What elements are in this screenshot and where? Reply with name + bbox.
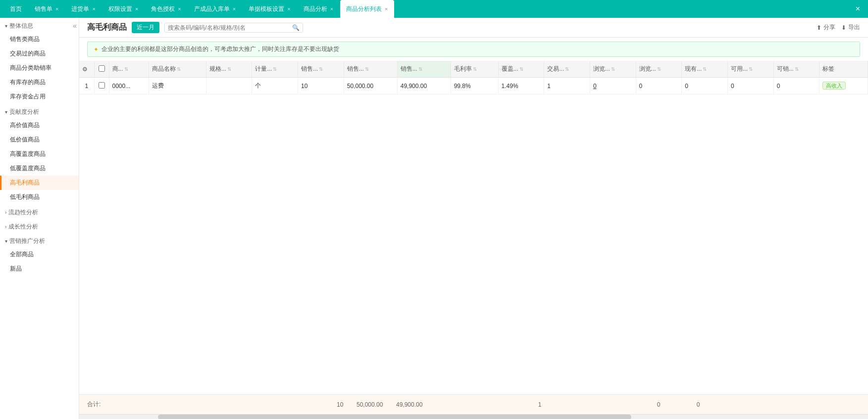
row-coverage: 1.49% <box>498 78 544 94</box>
sidebar-collapse-button[interactable]: « <box>73 22 77 30</box>
sidebar-item-stock-capital[interactable]: 库存资金占用 <box>0 90 79 104</box>
nav-tab-inbound[interactable]: 产成品入库单 × <box>188 0 242 18</box>
sidebar-group-marketing[interactable]: ▾ 营销推广分析 <box>0 233 79 247</box>
sidebar-item-stocked-goods[interactable]: 有库存的商品 <box>0 75 79 90</box>
row-browse1[interactable]: 0 <box>590 78 636 94</box>
table-header-row: ⚙ 商...⇅ 商品名称⇅ 规格...⇅ <box>79 61 868 78</box>
sidebar-group-trend[interactable]: › 流趋性分析 <box>0 204 79 219</box>
close-analysis-list-tab[interactable]: × <box>385 6 388 12</box>
share-icon: ⬆ <box>817 24 821 31</box>
export-icon: ⬇ <box>841 24 846 31</box>
search-icon[interactable]: 🔍 <box>292 24 300 31</box>
export-button[interactable]: ⬇ 导出 <box>841 23 860 32</box>
footer-trade-times: 1 <box>505 401 544 408</box>
footer-spacer2 <box>425 401 465 408</box>
scrollbar-thumb[interactable] <box>158 415 631 419</box>
col-sellable[interactable]: 可销...⇅ <box>773 61 819 78</box>
nav-tab-sales[interactable]: 销售单 × <box>29 0 64 18</box>
sidebar-item-sales-goods[interactable]: 销售类商品 <box>0 32 79 47</box>
footer-current-stock: 0 <box>623 401 663 408</box>
sidebar-group-growth[interactable]: › 成长性分析 <box>0 219 79 233</box>
footer-available-stock: 0 <box>663 401 703 408</box>
row-sale-qty: 10 <box>298 78 344 94</box>
tag-label: 高收入 <box>822 82 846 90</box>
bottom-scrollbar[interactable] <box>79 414 868 419</box>
sidebar-item-new-goods[interactable]: 新品 <box>0 262 79 276</box>
group-arrow-overall: ▾ <box>5 23 7 29</box>
close-role-tab[interactable]: × <box>178 6 181 12</box>
top-navigation: 首页 销售单 × 进货单 × 权限设置 × 角色授权 × 产成品入库单 × 单据… <box>0 0 868 18</box>
row-sale-amount: 50,000.00 <box>344 78 397 94</box>
row-browse2: 0 <box>636 78 682 94</box>
footer-total: 合计: 10 50,000.00 49,900.00 1 0 0 <box>79 394 868 414</box>
col-coverage[interactable]: 覆盖...⇅ <box>498 61 544 78</box>
nav-tab-home[interactable]: 首页 <box>4 0 28 18</box>
col-browse2[interactable]: 浏览...⇅ <box>636 61 682 78</box>
search-input[interactable] <box>168 24 290 31</box>
col-sale-cost[interactable]: 销售...⇅ <box>397 61 451 78</box>
sidebar-item-high-coverage[interactable]: 高覆盖度商品 <box>0 147 79 161</box>
search-box: 🔍 <box>164 23 303 33</box>
row-code: 0000... <box>109 78 149 94</box>
footer-sale-qty: 10 <box>306 401 346 408</box>
sidebar: « ▾ 整体信息 销售类商品 交易过的商品 商品分类助销率 有库存的商品 库存资… <box>0 18 79 419</box>
sidebar-group-contribution[interactable]: ▾ 贡献度分析 <box>0 104 79 118</box>
nav-tab-role[interactable]: 角色授权 × <box>145 0 187 18</box>
page-title: 高毛利商品 <box>87 22 127 33</box>
sidebar-item-category-rate[interactable]: 商品分类助销率 <box>0 61 79 75</box>
nav-tab-template[interactable]: 单据模板设置 × <box>243 0 296 18</box>
filter-month-button[interactable]: 近一月 <box>132 22 159 33</box>
row-num: 1 <box>79 78 94 94</box>
col-checkbox[interactable] <box>94 61 109 78</box>
close-template-tab[interactable]: × <box>287 6 290 12</box>
col-name[interactable]: 商品名称⇅ <box>149 61 206 78</box>
col-code[interactable]: 商...⇅ <box>109 61 149 78</box>
footer-spacer1 <box>108 401 306 408</box>
col-tag[interactable]: 标签 <box>819 61 868 78</box>
sidebar-item-high-value[interactable]: 高价值商品 <box>0 118 79 133</box>
close-purchase-tab[interactable]: × <box>92 6 95 12</box>
sidebar-group-overall[interactable]: ▾ 整体信息 <box>0 18 79 32</box>
nav-tab-purchase[interactable]: 进货单 × <box>65 0 101 18</box>
col-current-stock[interactable]: 现有...⇅ <box>682 61 728 78</box>
sidebar-item-traded-goods[interactable]: 交易过的商品 <box>0 47 79 61</box>
close-sales-tab[interactable]: × <box>55 6 58 12</box>
row-checkbox[interactable] <box>94 78 109 94</box>
share-button[interactable]: ⬆ 分享 <box>817 23 835 32</box>
col-available-stock[interactable]: 可用...⇅ <box>727 61 773 78</box>
nav-tab-permission[interactable]: 权限设置 × <box>102 0 144 18</box>
content-area: 高毛利商品 近一月 🔍 ⬆ 分享 ⬇ 导出 ✦ 企业的主要的利润都是这部分商品创… <box>79 18 868 419</box>
sidebar-item-high-margin[interactable]: 高毛利商品 <box>0 176 79 190</box>
header-actions: ⬆ 分享 ⬇ 导出 <box>817 23 860 32</box>
close-analysis-tab[interactable]: × <box>330 6 333 12</box>
close-permission-tab[interactable]: × <box>135 6 138 12</box>
col-trade-times[interactable]: 交易...⇅ <box>544 61 590 78</box>
row-sale-cost: 49,900.00 <box>397 78 451 94</box>
col-unit[interactable]: 计量...⇅ <box>252 61 298 78</box>
sidebar-item-low-margin[interactable]: 低毛利商品 <box>0 190 79 204</box>
row-trade-times: 1 <box>544 78 590 94</box>
window-close-button[interactable]: × <box>852 4 864 13</box>
nav-tab-analysis[interactable]: 商品分析 × <box>298 0 339 18</box>
data-table: ⚙ 商...⇅ 商品名称⇅ 规格...⇅ <box>79 61 868 94</box>
select-all-checkbox[interactable] <box>99 65 105 72</box>
row-tag: 高收入 <box>819 78 868 94</box>
sidebar-item-all-goods[interactable]: 全部商品 <box>0 247 79 262</box>
sidebar-item-low-coverage[interactable]: 低覆盖度商品 <box>0 161 79 176</box>
col-gross-margin[interactable]: 毛利率⇅ <box>451 61 498 78</box>
group-arrow-trend: › <box>5 210 6 215</box>
table-container: ⚙ 商...⇅ 商品名称⇅ 规格...⇅ <box>79 61 868 394</box>
col-sale-qty[interactable]: 销售...⇅ <box>298 61 344 78</box>
col-spec[interactable]: 规格...⇅ <box>206 61 252 78</box>
nav-tab-analysis-list[interactable]: 商品分析列表 × <box>340 0 394 18</box>
close-inbound-tab[interactable]: × <box>233 6 236 12</box>
footer-spacer3 <box>465 401 505 408</box>
footer-label: 合计: <box>87 400 101 409</box>
col-browse1[interactable]: 浏览...⇅ <box>590 61 636 78</box>
footer-sale-amount: 50,000.00 <box>346 401 386 408</box>
sidebar-item-low-value[interactable]: 低价值商品 <box>0 133 79 147</box>
main-layout: « ▾ 整体信息 销售类商品 交易过的商品 商品分类助销率 有库存的商品 库存资… <box>0 18 868 419</box>
col-sale-amount[interactable]: 销售...⇅ <box>344 61 397 78</box>
content-header: 高毛利商品 近一月 🔍 ⬆ 分享 ⬇ 导出 <box>79 18 868 38</box>
col-settings[interactable]: ⚙ <box>79 61 94 78</box>
